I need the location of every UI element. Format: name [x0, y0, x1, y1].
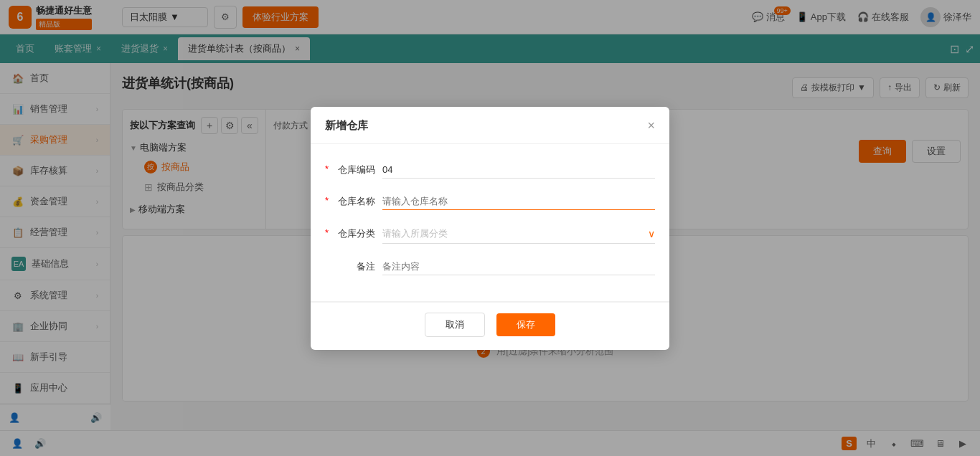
modal-footer: 取消 保存	[311, 302, 669, 350]
new-warehouse-modal: 新增仓库 × 仓库编码 仓库名称 仓库分类 请输入所属分类 ∨	[311, 107, 669, 350]
name-field-label: 仓库名称	[325, 195, 382, 208]
category-select-chevron-icon: ∨	[648, 228, 655, 239]
category-field-label: 仓库分类	[325, 227, 382, 240]
modal-close-icon[interactable]: ×	[647, 118, 655, 133]
form-row-name: 仓库名称	[325, 193, 655, 210]
save-button[interactable]: 保存	[496, 313, 555, 336]
form-row-remark: 备注	[325, 258, 655, 275]
modal-body: 仓库编码 仓库名称 仓库分类 请输入所属分类 ∨ 备注	[311, 144, 669, 301]
category-select[interactable]: 请输入所属分类 ∨	[382, 224, 655, 244]
remark-field-label: 备注	[325, 260, 382, 273]
form-row-code: 仓库编码	[325, 161, 655, 179]
code-field-label: 仓库编码	[325, 163, 382, 176]
code-input[interactable]	[382, 161, 655, 179]
form-row-category: 仓库分类 请输入所属分类 ∨	[325, 224, 655, 244]
cancel-button[interactable]: 取消	[425, 313, 485, 337]
modal-overlay: 新增仓库 × 仓库编码 仓库名称 仓库分类 请输入所属分类 ∨	[0, 0, 980, 456]
name-input[interactable]	[382, 193, 655, 210]
modal-header: 新增仓库 ×	[311, 107, 669, 144]
modal-title: 新增仓库	[325, 119, 368, 133]
remark-input[interactable]	[382, 258, 655, 275]
category-select-placeholder: 请输入所属分类	[382, 227, 448, 240]
